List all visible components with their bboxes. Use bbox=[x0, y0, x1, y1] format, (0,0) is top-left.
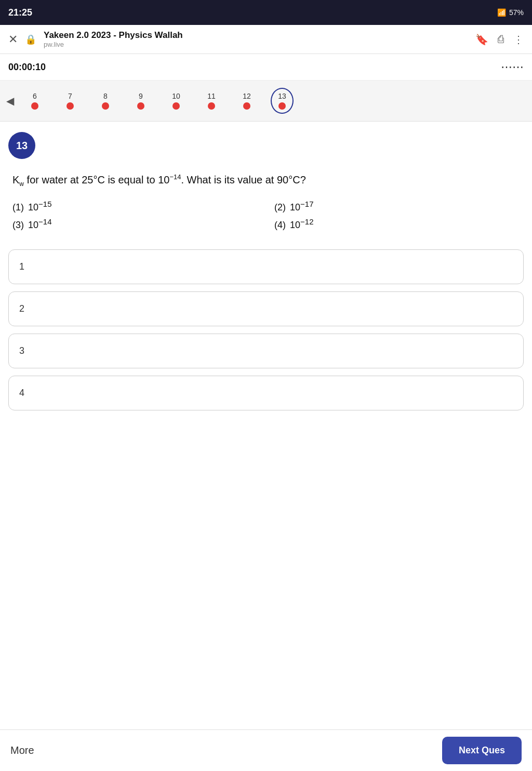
option-1[interactable]: (1) 10−15 bbox=[12, 200, 258, 213]
strip-left-arrow[interactable]: ◀ bbox=[4, 95, 16, 107]
status-bar: 21:25 📶 57% bbox=[0, 0, 532, 25]
question-dot-6 bbox=[31, 102, 38, 110]
battery-icon: 57% bbox=[509, 8, 524, 17]
question-dot-12 bbox=[243, 102, 250, 110]
question-nav-item-8[interactable]: 8 bbox=[89, 92, 122, 110]
answer-box-1[interactable]: 1 bbox=[8, 249, 524, 284]
close-button[interactable]: ✕ bbox=[8, 33, 18, 46]
question-nav-item-11[interactable]: 11 bbox=[195, 92, 228, 110]
options-grid: (1) 10−15 (2) 10−17 (3) 10−14 (4) 10−12 bbox=[12, 200, 520, 231]
question-dot-7 bbox=[66, 102, 74, 110]
question-navigation-strip: ◀ 6 7 8 9 10 11 12 13 bbox=[0, 81, 532, 122]
lock-icon: 🔒 bbox=[25, 34, 36, 45]
option-3[interactable]: (3) 10−14 bbox=[12, 217, 258, 231]
more-button[interactable]: More bbox=[10, 745, 34, 756]
grid-icon[interactable]: ⋯⋯ bbox=[501, 60, 524, 74]
question-dot-10 bbox=[172, 102, 180, 110]
browser-header: ✕ 🔒 Yakeen 2.0 2023 - Physics Wallah pw.… bbox=[0, 25, 532, 54]
status-icons: 📶 57% bbox=[497, 8, 524, 17]
question-dot-11 bbox=[208, 102, 215, 110]
answer-box-4[interactable]: 4 bbox=[8, 376, 524, 410]
status-time: 21:25 bbox=[8, 7, 32, 18]
timer-bar: 00:00:10 ⋯⋯ bbox=[0, 54, 532, 81]
question-nav-item-13[interactable]: 13 bbox=[265, 88, 299, 114]
question-dot-13 bbox=[278, 102, 286, 110]
kw-subscript: w bbox=[19, 180, 24, 188]
answer-boxes: 1 2 3 4 bbox=[0, 243, 532, 417]
bottom-bar: More Next Ques bbox=[0, 729, 532, 771]
option-4[interactable]: (4) 10−12 bbox=[274, 217, 520, 231]
question-nav-item-10[interactable]: 10 bbox=[159, 92, 193, 110]
option-2[interactable]: (2) 10−17 bbox=[274, 200, 520, 213]
bookmark-icon[interactable]: 🔖 bbox=[475, 33, 488, 46]
answer-box-2[interactable]: 2 bbox=[8, 291, 524, 326]
browser-title-group: Yakeen 2.0 2023 - Physics Wallah pw.live bbox=[44, 30, 468, 48]
timer-display: 00:00:10 bbox=[8, 62, 46, 73]
share-icon[interactable]: ⎙ bbox=[498, 33, 504, 45]
next-question-button[interactable]: Next Ques bbox=[442, 737, 522, 764]
question-nav-item-9[interactable]: 9 bbox=[124, 92, 157, 110]
lte-icon: 📶 bbox=[497, 8, 506, 17]
question-nav-item-6[interactable]: 6 bbox=[18, 92, 51, 110]
question-text: Kw for water at 25°C is equal to 10−14. … bbox=[12, 171, 520, 189]
browser-title: Yakeen 2.0 2023 - Physics Wallah bbox=[44, 30, 468, 41]
answer-box-3[interactable]: 3 bbox=[8, 334, 524, 368]
browser-url: pw.live bbox=[44, 41, 468, 48]
question-number-badge: 13 bbox=[8, 132, 35, 159]
question-content: Kw for water at 25°C is equal to 10−14. … bbox=[0, 159, 532, 243]
question-nav-item-7[interactable]: 7 bbox=[54, 92, 87, 110]
question-dot-8 bbox=[102, 102, 109, 110]
exp-minus14: −14 bbox=[169, 173, 181, 181]
question-dot-9 bbox=[137, 102, 144, 110]
question-badge: 13 bbox=[8, 132, 524, 159]
more-options-icon[interactable]: ⋮ bbox=[513, 33, 524, 46]
question-nav-item-12[interactable]: 12 bbox=[230, 92, 263, 110]
browser-actions: 🔖 ⎙ ⋮ bbox=[475, 33, 524, 46]
